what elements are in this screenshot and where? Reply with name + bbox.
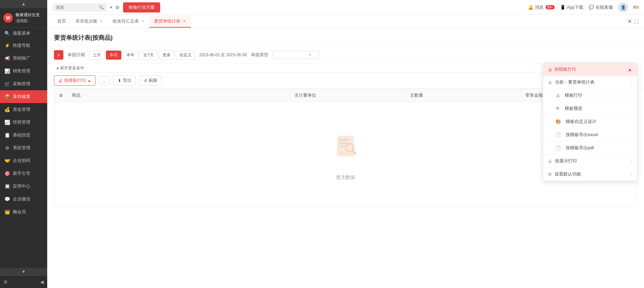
sidebar-item-collab[interactable]: 🤝 企业协同 (0, 154, 47, 167)
sidebar-item-apps[interactable]: 🔲 应用中心 (0, 180, 47, 193)
tab-expand[interactable]: ⛶ (634, 19, 639, 24)
close-tab-order-stat[interactable]: × (182, 19, 186, 24)
page-header: 要货单统计表(按商品) (47, 28, 644, 46)
more-label: ... (103, 78, 106, 83)
dropdown-set-default[interactable]: ⚙ 设置默认功能 › (543, 168, 637, 181)
print-btn[interactable]: 🖨 按模板打印 ▲ (54, 75, 95, 86)
sidebar-item-search[interactable]: 🔍 搜索菜单 (0, 28, 47, 39)
dropdown-item-export-pdf[interactable]: 📄 按模板导出pdf (543, 141, 637, 155)
dropdown-item-template-design[interactable]: 🎨 模板自定义设计 (543, 115, 637, 128)
app-tag: 标准版 (16, 19, 28, 23)
date-btn-this-year[interactable]: 本年 (123, 51, 138, 60)
svg-point-6 (347, 145, 353, 151)
sidebar-item-system[interactable]: ⚙ 系统管理 (0, 141, 47, 154)
date-btn-more[interactable]: 更多 (159, 51, 174, 60)
tabbar: 首页 库存批次账 × 收发存汇总表 × 要货单统计表 × ✕ ⛶ (47, 15, 644, 28)
gear-icon-table[interactable]: ⚙ (59, 93, 63, 98)
industry-btn[interactable]: 体验行业方案 (123, 2, 160, 12)
app-logo-icon: W (3, 13, 13, 23)
messages-btn[interactable]: 🔔 消息 99+ (528, 4, 555, 10)
date-btn-this-month[interactable]: 本月 (106, 51, 121, 60)
dropdown-item-template-print[interactable]: 🖨 模板打印 (543, 89, 637, 102)
filter-expand-btn[interactable]: » (54, 50, 63, 60)
basic-icon: 📋 (4, 132, 10, 138)
sidebar-item-operations[interactable]: 📈 经营管理 (0, 116, 47, 129)
th-unit: 主计量单位 (290, 89, 406, 102)
export-icon: ⬆ (118, 78, 121, 83)
sidebar-item-label-wechat: 企业微信 (13, 196, 30, 202)
sub-arrow-0: › (631, 159, 632, 164)
online-service-btn[interactable]: 💬 在线客服 (589, 4, 613, 10)
sidebar-item-label-marketing: 营销推广 (13, 55, 30, 61)
dropdown-item-export-excel[interactable]: 📄 按模板导出excel (543, 128, 637, 141)
refresh-btn[interactable]: ↺ 刷新 (139, 75, 162, 86)
sidebar-item-label-sales: 销售管理 (13, 68, 30, 74)
close-tab-collection[interactable]: × (141, 19, 145, 24)
sidebar-item-guide[interactable]: 🎯 新手引导 (0, 167, 47, 180)
nav-dropdown-btn[interactable]: ▾ (110, 5, 112, 10)
sidebar-item-purchase[interactable]: 🛒 采购管理 (0, 77, 47, 90)
bell-icon: 🔔 (528, 5, 533, 10)
sidebar-item-finance[interactable]: 💰 资金管理 (0, 103, 47, 116)
item-label-2: 模板自定义设计 (566, 119, 596, 125)
sidebar-scroll-up[interactable]: ▲ (0, 0, 47, 8)
sidebar-scroll-down[interactable]: ▼ (0, 268, 47, 276)
search-input[interactable] (53, 3, 107, 11)
tab-order-stat-label: 要货单统计表 (154, 18, 180, 24)
sidebar-item-basic[interactable]: 📋 基础信息 (0, 129, 47, 141)
type-select[interactable]: ▾ (272, 51, 320, 59)
sidebar-item-label-basic: 基础信息 (13, 132, 30, 138)
sidebar-logo: W 畅康通好生意 标准版 (0, 8, 47, 28)
app-download-btn[interactable]: 📱 App下载 (560, 4, 583, 10)
collapse-btn[interactable]: ◀ (40, 279, 44, 285)
sidebar-item-member[interactable]: 👑 畅会员 (0, 205, 47, 218)
wechat-icon: 💬 (4, 196, 10, 202)
close-tab-batch[interactable]: × (99, 19, 103, 24)
sidebar-item-wechat[interactable]: 💬 企业微信 (0, 193, 47, 205)
dropdown-display-print[interactable]: 🖨 按显示打印 › (543, 155, 637, 168)
item-label-0: 模板打印 (565, 92, 582, 98)
refresh-icon: ↺ (144, 78, 147, 83)
dropdown-current-item[interactable]: 🖨 当前：要货单统计表 › (543, 76, 637, 89)
sidebar-item-marketing[interactable]: 📢 营销推广 (0, 52, 47, 65)
tab-home[interactable]: 首页 (53, 15, 71, 28)
avatar[interactable]: 👤 (618, 3, 628, 12)
th-qty: 主数量 (406, 89, 522, 102)
tab-close-all[interactable]: ✕ (627, 18, 632, 25)
sidebar-item-label-collab: 企业协同 (13, 158, 30, 164)
tab-batch[interactable]: 库存批次账 × (71, 15, 108, 28)
collab-icon: 🤝 (4, 158, 10, 164)
more-btn[interactable]: ... (99, 76, 110, 85)
settings-btn[interactable]: ⚙ (3, 279, 8, 285)
dropdown-item-template-preview[interactable]: 👁 模板预览 (543, 102, 637, 115)
tab-collection[interactable]: 收发存汇总表 × (108, 15, 149, 28)
item-wrap-0: 🖨 模板打印 (555, 92, 582, 98)
date-btn-custom[interactable]: 自定义 (176, 51, 195, 60)
sidebar-item-inventory[interactable]: 📦 库存核算 (0, 90, 47, 103)
app-name: 畅康通好生意 (16, 12, 40, 18)
item-icon-0: 🖨 (555, 93, 560, 98)
messages-label: 消息 (535, 4, 544, 10)
date-btn-7days[interactable]: 近7天 (140, 51, 157, 60)
item-icon-1: 👁 (555, 106, 560, 111)
item-icon-3: 📄 (555, 132, 561, 137)
sidebar-item-label-quicknav: 快捷导航 (13, 42, 30, 49)
dropdown-close-btn[interactable]: ▲ (627, 67, 632, 72)
export-btn[interactable]: ⬆ 导出 (113, 75, 136, 86)
tab-collection-label: 收发存汇总表 (113, 18, 139, 24)
avatar-icon: 👤 (621, 5, 626, 10)
guide-icon: 🎯 (4, 170, 10, 177)
tab-order-stat[interactable]: 要货单统计表 × (149, 15, 191, 28)
topbar-gear-btn[interactable]: ⚙ (115, 5, 120, 10)
refresh-label: 刷新 (149, 77, 157, 84)
date-btn-last-month[interactable]: 上月 (89, 51, 105, 60)
expand-more-label: 展开更多条件 (60, 65, 84, 71)
sidebar-nav: 🔍 搜索菜单 ⚡ 快捷导航 📢 营销推广 📊 销售管理 🛒 采购管理 📦 库存核… (0, 28, 47, 268)
date-options-group: 上月 本月 本年 近7天 更多 自定义 (89, 51, 195, 60)
item-wrap-1: 👁 模板预览 (555, 105, 582, 111)
sidebar-item-quicknav[interactable]: ⚡ 快捷导航 (0, 39, 47, 52)
topbar-right: 🔔 消息 99+ 📱 App下载 💬 在线客服 👤 Rit (528, 3, 639, 12)
type-select-arrow: ▾ (309, 53, 311, 57)
search-icon: 🔍 (4, 30, 10, 36)
sidebar-item-sales[interactable]: 📊 销售管理 (0, 65, 47, 77)
